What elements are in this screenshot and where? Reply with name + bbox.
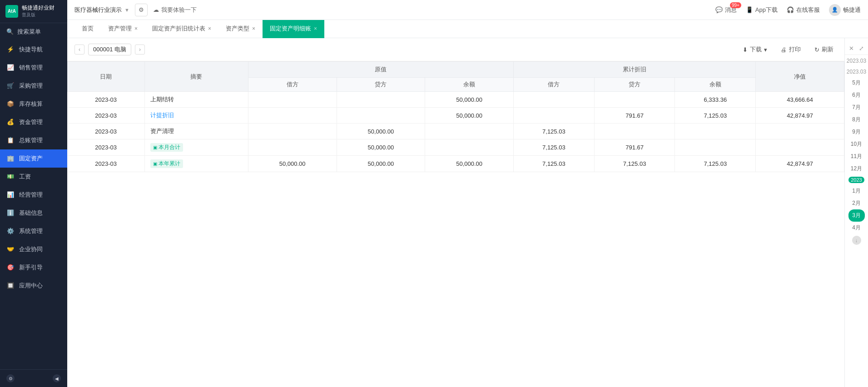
month-8[interactable]: 8月: [845, 114, 868, 126]
month-10[interactable]: 10月: [845, 138, 868, 150]
sidebar-item-purchase[interactable]: 🛒 采购管理: [0, 77, 67, 95]
cell-date: 2023-03: [68, 139, 145, 156]
cell-net-value: 42,874.97: [756, 108, 844, 124]
sidebar-item-guide[interactable]: 🎯 新手引导: [0, 258, 67, 277]
cell-orig-debit: 50,000.00: [248, 156, 337, 172]
messages-button[interactable]: 💬 消息 99+: [715, 6, 737, 14]
cell-orig-balance: 50,000.00: [425, 108, 514, 124]
search-icon: 🔍: [6, 28, 14, 35]
cell-orig-debit: [248, 92, 337, 108]
month-5[interactable]: 5月: [845, 77, 868, 89]
tab-asset-management-close[interactable]: ×: [134, 25, 138, 32]
app-download-button[interactable]: 📱 App下载: [746, 6, 778, 14]
next-asset-button[interactable]: ›: [135, 45, 145, 55]
col-dep-debit: 借方: [513, 78, 594, 92]
sidebar-item-quick-nav[interactable]: ⚡ 快捷导航: [0, 40, 67, 59]
tab-asset-type[interactable]: 资产类型 ×: [218, 20, 263, 38]
collab-label: 企业协同: [19, 245, 43, 253]
expand-panel-button[interactable]: ⤢: [858, 44, 866, 53]
cell-dep-credit: [594, 124, 675, 139]
refresh-button[interactable]: ↻ 刷新: [811, 44, 837, 55]
sidebar-item-ledger[interactable]: 📋 总账管理: [0, 131, 67, 149]
tab-depreciation-table-close[interactable]: ×: [208, 25, 211, 32]
basic-info-label: 基础信息: [19, 209, 43, 217]
cell-summary: ▣本年累计: [144, 156, 248, 172]
cell-dep-debit: 7,125.03: [513, 124, 594, 139]
tab-asset-management[interactable]: 资产管理 ×: [101, 20, 145, 38]
month-4[interactable]: 4月: [845, 222, 868, 234]
tab-asset-detail[interactable]: 固定资产明细账 ×: [263, 20, 324, 38]
cell-summary[interactable]: 计提折旧: [144, 108, 248, 124]
sidebar-item-payroll[interactable]: 💵 工资: [0, 168, 67, 186]
tab-asset-management-label: 资产管理: [108, 25, 132, 33]
cell-date: 2023-03: [68, 124, 145, 139]
tab-asset-detail-label: 固定资产明细账: [270, 25, 311, 33]
month-7[interactable]: 7月: [845, 101, 868, 114]
sidebar-item-system[interactable]: ⚙️ 系统管理: [0, 222, 67, 240]
sidebar-item-basic-info[interactable]: ℹ️ 基础信息: [0, 204, 67, 222]
user-profile[interactable]: 👤 畅捷通: [829, 4, 861, 16]
settings-button[interactable]: ⚙: [6, 374, 15, 382]
tab-asset-type-close[interactable]: ×: [252, 25, 255, 32]
cell-orig-balance: [425, 139, 514, 156]
download-button[interactable]: ⬇ 下载 ▾: [739, 44, 771, 55]
cell-dep-credit: [594, 92, 675, 108]
prev-asset-button[interactable]: ‹: [74, 45, 84, 55]
col-dep-credit: 贷方: [594, 78, 675, 92]
month-11[interactable]: 11月: [845, 150, 868, 163]
settings-gear-button[interactable]: ⚙: [135, 4, 148, 16]
cell-dep-balance: 7,125.03: [675, 108, 756, 124]
table-row: 2023-03 ▣本年累计 50,000.00 50,000.00 50,000…: [68, 156, 844, 172]
cell-dep-balance: [675, 139, 756, 156]
sidebar-item-operations[interactable]: 📊 经营管理: [0, 186, 67, 204]
sidebar-item-finance[interactable]: 💰 资金管理: [0, 113, 67, 131]
finance-icon: 💰: [6, 118, 15, 126]
sidebar-item-inventory[interactable]: 📦 库存核算: [0, 95, 67, 113]
tab-asset-detail-close[interactable]: ×: [314, 25, 317, 32]
table-row: 2023-03 计提折旧 50,000.00 791.67 7,125.03 4…: [68, 108, 844, 124]
page-main: ‹ 000001 电脑 › ⬇ 下载 ▾ 🖨 打印 ↻ 刷新: [67, 38, 844, 387]
month-1[interactable]: 1月: [845, 185, 868, 197]
tab-depreciation-table[interactable]: 固定资产折旧统计表 ×: [145, 20, 218, 38]
download-label: 下载: [750, 45, 762, 54]
month-9[interactable]: 9月: [845, 126, 868, 138]
topbar-right: 💬 消息 99+ 📱 App下载 🎧 在线客服 👤 畅捷通: [715, 4, 861, 16]
sidebar-item-fixed-assets[interactable]: 🏢 固定资产: [0, 149, 67, 168]
app-download-label: App下载: [755, 6, 778, 14]
payroll-icon: 💵: [6, 173, 15, 181]
quick-nav-icon: ⚡: [6, 45, 15, 54]
table-row: 2023-03 上期结转 50,000.00 6,333.36 43,666.6…: [68, 92, 844, 108]
company-selector[interactable]: 医疗器械行业演示 ▼: [74, 6, 129, 14]
month-12[interactable]: 12月: [845, 163, 868, 175]
sidebar-item-sales[interactable]: 📈 销售管理: [0, 59, 67, 77]
col-net-value: 净值: [756, 62, 844, 92]
print-label: 打印: [789, 45, 801, 54]
cell-orig-credit: [337, 92, 425, 108]
right-panel-scroll-down[interactable]: ↓: [852, 236, 861, 245]
cell-summary: ▣本月合计: [144, 139, 248, 156]
col-accumulated-depreciation: 累计折旧: [513, 62, 755, 78]
cell-orig-credit: 50,000.00: [337, 124, 425, 139]
experience-button[interactable]: ☁ 我要体验一下: [153, 6, 197, 14]
inventory-icon: 📦: [6, 100, 15, 108]
month-6[interactable]: 6月: [845, 89, 868, 101]
service-button[interactable]: 🎧 在线客服: [787, 6, 820, 14]
sidebar-item-search[interactable]: 🔍 搜索菜单: [0, 23, 67, 40]
collapse-button[interactable]: ◀: [53, 374, 61, 382]
cell-dep-balance: 6,333.36: [675, 92, 756, 108]
main-content: 医疗器械行业演示 ▼ ⚙ ☁ 我要体验一下 💬 消息 99+ 📱 App下载 🎧…: [67, 0, 868, 387]
guide-icon: 🎯: [6, 263, 15, 272]
month-3-active[interactable]: 3月: [848, 209, 865, 222]
sidebar-item-collab[interactable]: 🤝 企业协同: [0, 240, 67, 258]
purchase-icon: 🛒: [6, 82, 15, 90]
operations-icon: 📊: [6, 191, 15, 199]
service-label: 在线客服: [796, 6, 820, 14]
month-2[interactable]: 2月: [845, 197, 868, 209]
cell-net-value: 42,874.97: [756, 156, 844, 172]
cell-orig-credit: 50,000.00: [337, 156, 425, 172]
tab-home[interactable]: 首页: [74, 20, 101, 38]
close-panel-button[interactable]: ✕: [848, 44, 855, 53]
sidebar-item-app-center[interactable]: 🔲 应用中心: [0, 277, 67, 295]
print-button[interactable]: 🖨 打印: [777, 44, 804, 55]
cell-orig-debit: [248, 108, 337, 124]
